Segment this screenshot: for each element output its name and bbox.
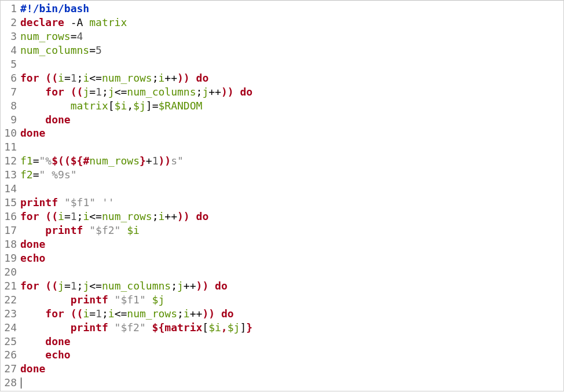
code-line[interactable]: 28: [1, 376, 563, 390]
code-content[interactable]: #!/bin/bash: [20, 2, 563, 16]
code-line[interactable]: 8 matrix[$i,$j]=$RANDOM: [1, 99, 563, 113]
token: =: [89, 44, 96, 56]
code-content[interactable]: done: [20, 126, 563, 140]
code-line[interactable]: 4num_columns=5: [1, 43, 563, 57]
code-content[interactable]: [20, 140, 563, 154]
code-line[interactable]: 18done: [1, 237, 563, 251]
token: [64, 307, 71, 320]
code-content[interactable]: declare -A matrix: [20, 16, 563, 30]
token: 5: [96, 44, 102, 56]
code-content[interactable]: matrix[$i,$j]=$RANDOM: [20, 99, 563, 113]
code-content[interactable]: done: [20, 362, 563, 376]
code-content[interactable]: done: [20, 335, 563, 349]
token: printf: [45, 224, 83, 236]
token: num_rows: [102, 72, 152, 84]
token: ;: [152, 72, 159, 84]
code-content[interactable]: [20, 265, 563, 279]
code-content[interactable]: [20, 376, 563, 390]
token: done: [20, 362, 45, 375]
token: for: [45, 307, 64, 320]
code-line[interactable]: 17 printf "$f2" $i: [1, 224, 563, 237]
code-editor[interactable]: 1#!/bin/bash2declare -A matrix3num_rows=…: [0, 0, 564, 391]
token: "$f2": [89, 224, 120, 236]
token: num_rows: [102, 210, 152, 222]
code-content[interactable]: for ((i=1;i<=num_rows;i++)) do: [20, 71, 563, 85]
token: [146, 321, 152, 334]
token: " %9s": [39, 168, 77, 181]
code-line[interactable]: 11: [1, 140, 563, 154]
line-number: 14: [1, 182, 20, 196]
token: =: [152, 100, 159, 112]
token: [190, 72, 196, 84]
code-content[interactable]: num_rows=4: [20, 30, 563, 43]
code-content[interactable]: num_columns=5: [20, 43, 563, 57]
code-line[interactable]: 15printf "$f1" '': [1, 196, 563, 210]
token: for: [20, 210, 39, 222]
token: [: [202, 321, 208, 334]
code-line[interactable]: 27done: [1, 362, 563, 376]
line-number: 5: [1, 57, 20, 71]
code-content[interactable]: for ((i=1;i<=num_rows;i++)) do: [20, 210, 563, 224]
token: done: [20, 238, 45, 250]
token: [108, 294, 115, 306]
token: [39, 72, 46, 84]
code-line[interactable]: 7 for ((j=1;j<=num_columns;j++)) do: [1, 85, 563, 99]
code-line[interactable]: 26 echo: [1, 348, 563, 362]
token: <=: [89, 210, 102, 222]
code-line[interactable]: 6for ((i=1;i<=num_rows;i++)) do: [1, 71, 563, 85]
code-content[interactable]: printf "$f1" $j: [20, 293, 563, 307]
token: for: [20, 280, 39, 292]
token: =: [89, 307, 96, 320]
code-content[interactable]: done: [20, 113, 563, 127]
token: ;: [171, 280, 177, 292]
code-line[interactable]: 5: [1, 57, 563, 71]
token: =: [33, 155, 39, 167]
line-number: 25: [1, 335, 20, 349]
code-line[interactable]: 10done: [1, 126, 563, 140]
token: do: [196, 210, 209, 222]
token: num_rows: [127, 307, 177, 320]
code-content[interactable]: f1="%$((${#num_rows}+1))s": [20, 154, 563, 168]
code-line[interactable]: 23 for ((i=1;i<=num_rows;i++)) do: [1, 307, 563, 321]
code-line[interactable]: 25 done: [1, 335, 563, 349]
code-content[interactable]: f2=" %9s": [20, 168, 563, 182]
token: #: [83, 155, 89, 167]
code-content[interactable]: printf "$f1" '': [20, 196, 563, 210]
code-content[interactable]: done: [20, 237, 563, 251]
token: echo: [45, 349, 70, 361]
code-line[interactable]: 24 printf "$f2" ${matrix[$i,$j]}: [1, 321, 563, 335]
code-line[interactable]: 12f1="%$((${#num_rows}+1))s": [1, 154, 563, 168]
code-line[interactable]: 1#!/bin/bash: [1, 2, 563, 16]
code-content[interactable]: for ((j=1;j<=num_columns;j++)) do: [20, 85, 563, 99]
code-line[interactable]: 21for ((j=1;j<=num_columns;j++)) do: [1, 279, 563, 293]
code-line[interactable]: 14: [1, 182, 563, 196]
code-content[interactable]: echo: [20, 251, 563, 265]
token: $i: [127, 224, 140, 236]
code-line[interactable]: 3num_rows=4: [1, 30, 563, 43]
code-line[interactable]: 16for ((i=1;i<=num_rows;i++)) do: [1, 210, 563, 224]
token: done: [20, 127, 45, 139]
code-line[interactable]: 20: [1, 265, 563, 279]
token: ((: [45, 210, 58, 222]
line-number: 10: [1, 126, 20, 140]
line-number: 22: [1, 293, 20, 307]
token: [83, 224, 89, 236]
code-line[interactable]: 13f2=" %9s": [1, 168, 563, 182]
code-line[interactable]: 22 printf "$f1" $j: [1, 293, 563, 307]
token: $: [71, 155, 77, 167]
code-content[interactable]: for ((i=1;i<=num_rows;i++)) do: [20, 307, 563, 321]
token: [20, 100, 71, 112]
code-line[interactable]: 2declare -A matrix: [1, 16, 563, 30]
code-content[interactable]: echo: [20, 348, 563, 362]
token: -A: [64, 16, 89, 28]
token: [190, 210, 196, 222]
code-content[interactable]: printf "$f2" $i: [20, 224, 563, 237]
code-content[interactable]: printf "$f2" ${matrix[$i,$j]}: [20, 321, 563, 335]
token: i: [83, 210, 89, 222]
code-line[interactable]: 9 done: [1, 113, 563, 127]
code-content[interactable]: for ((j=1;j<=num_columns;j++)) do: [20, 279, 563, 293]
token: ;: [77, 72, 83, 84]
code-line[interactable]: 19echo: [1, 251, 563, 265]
code-content[interactable]: [20, 57, 563, 71]
code-content[interactable]: [20, 182, 563, 196]
